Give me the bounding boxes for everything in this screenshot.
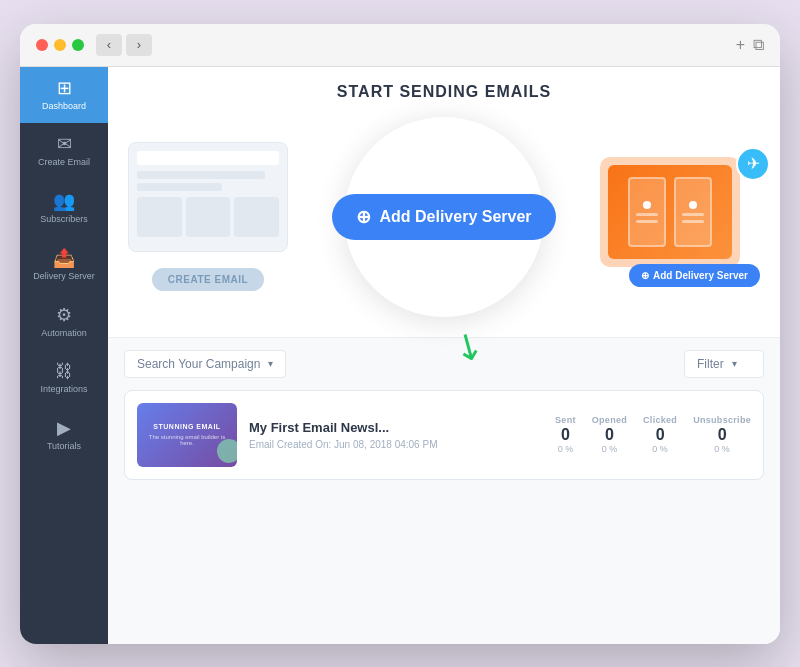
integrations-icon: ⛓ [55,362,73,380]
stat-opened-value: 0 [592,425,627,444]
sidebar-item-create-email[interactable]: ✉ Create Email [20,123,108,180]
hero-section: START SENDING EMAILS [108,67,780,338]
sidebar-label-integrations: Integrations [40,384,87,395]
mockup-col-3 [234,197,279,237]
mockup-col-layout [137,197,279,237]
sidebar-item-tutorials[interactable]: ▶ Tutorials [20,407,108,464]
stat-sent: Sent 0 0 % [555,415,576,454]
campaign-stats: Sent 0 0 % Opened 0 0 % Clicked 0 0 [555,415,751,454]
stat-opened-label: Opened [592,415,627,425]
server-badge: ✈ [736,147,770,181]
stat-sent-label: Sent [555,415,576,425]
sidebar-item-integrations[interactable]: ⛓ Integrations [20,350,108,407]
stat-clicked-pct: 0 % [643,444,677,454]
delivery-server-icon: 📤 [53,249,75,267]
campaign-item[interactable]: STUNNING EMAIL The stunning email builde… [124,390,764,480]
server-line-1 [636,213,658,216]
browser-window: ‹ › + ⧉ ⊞ Dashboard ✉ Create Email 👥 Sub… [20,24,780,644]
sidebar: ⊞ Dashboard ✉ Create Email 👥 Subscribers… [20,67,108,644]
filter-dropdown-arrow: ▾ [732,358,737,369]
traffic-lights [36,39,84,51]
filter-label: Filter [697,357,724,371]
small-plus-icon: ⊕ [641,270,649,281]
campaign-thumbnail: STUNNING EMAIL The stunning email builde… [137,403,237,467]
stat-unsubscribe: Unsubscribe 0 0 % [693,415,751,454]
sidebar-label-delivery-server: Delivery Server [33,271,95,282]
cta-circle: ⊕ Add Delivery Server [344,117,544,317]
server-inner [608,165,732,259]
sidebar-label-tutorials: Tutorials [47,441,81,452]
chrome-actions: + ⧉ [736,36,764,54]
thumb-accent-circle [217,439,237,463]
add-delivery-server-small-button[interactable]: ⊕ Add Delivery Server [629,264,760,287]
server-line-4 [682,220,704,223]
add-delivery-server-main-button[interactable]: ⊕ Add Delivery Server [332,194,555,240]
sidebar-item-subscribers[interactable]: 👥 Subscribers [20,180,108,237]
mockup-row-2 [137,183,222,191]
email-mockup-container: CREATE EMAIL [128,142,288,291]
sidebar-item-delivery-server[interactable]: 📤 Delivery Server [20,237,108,294]
search-campaign-label: Search Your Campaign [137,357,260,371]
campaign-date: Email Created On: Jun 08, 2018 04:06 PM [249,439,543,450]
stat-clicked-value: 0 [643,425,677,444]
stat-opened: Opened 0 0 % [592,415,627,454]
sidebar-label-dashboard: Dashboard [42,101,86,112]
maximize-button[interactable] [72,39,84,51]
window-icon[interactable]: ⧉ [753,36,764,54]
stat-unsubscribe-pct: 0 % [693,444,751,454]
date-label: Email Created On: [249,439,331,450]
stat-unsubscribe-label: Unsubscribe [693,415,751,425]
add-tab-icon[interactable]: + [736,36,745,54]
stat-sent-pct: 0 % [555,444,576,454]
mockup-header-bar [137,151,279,165]
hero-title: START SENDING EMAILS [128,83,760,101]
stat-sent-value: 0 [555,425,576,444]
tutorials-icon: ▶ [57,419,71,437]
sidebar-item-dashboard[interactable]: ⊞ Dashboard [20,67,108,124]
forward-button[interactable]: › [126,34,152,56]
browser-chrome: ‹ › + ⧉ [20,24,780,67]
toolbar-row: Search Your Campaign ▾ Filter ▾ [124,350,764,378]
circle-cta: ⊕ Add Delivery Server ↙ [344,117,544,317]
automation-icon: ⚙ [56,306,72,324]
sidebar-label-automation: Automation [41,328,87,339]
stat-clicked-label: Clicked [643,415,677,425]
search-campaign-dropdown[interactable]: Search Your Campaign ▾ [124,350,286,378]
nav-buttons: ‹ › [96,34,152,56]
create-email-button[interactable]: CREATE EMAIL [152,268,264,291]
plus-icon: ⊕ [356,208,371,226]
add-delivery-small-label: Add Delivery Server [653,270,748,281]
stat-opened-pct: 0 % [592,444,627,454]
mockup-col-2 [186,197,231,237]
server-illustration: ✈ ⊕ Add Delivery Server [600,157,760,277]
mockup-row-1 [137,171,265,179]
stat-clicked: Clicked 0 0 % [643,415,677,454]
bottom-section: Search Your Campaign ▾ Filter ▾ STUNNING… [108,338,780,644]
date-value: Jun 08, 2018 04:06 PM [334,439,437,450]
mockup-col-1 [137,197,182,237]
close-button[interactable] [36,39,48,51]
campaign-info: My First Email Newsl... Email Created On… [249,420,543,450]
server-unit-1 [628,177,666,247]
stat-unsubscribe-value: 0 [693,425,751,444]
server-unit-2 [674,177,712,247]
back-button[interactable]: ‹ [96,34,122,56]
server-dot-1 [643,201,651,209]
server-line-2 [636,220,658,223]
create-email-icon: ✉ [57,135,72,153]
filter-dropdown[interactable]: Filter ▾ [684,350,764,378]
main-content: START SENDING EMAILS [108,67,780,644]
thumb-big-text: STUNNING EMAIL [153,423,220,431]
app-layout: ⊞ Dashboard ✉ Create Email 👥 Subscribers… [20,67,780,644]
email-mockup [128,142,288,252]
minimize-button[interactable] [54,39,66,51]
dashboard-icon: ⊞ [57,79,72,97]
sidebar-item-automation[interactable]: ⚙ Automation [20,294,108,351]
add-delivery-main-label: Add Delivery Server [379,208,531,226]
server-dot-2 [689,201,697,209]
subscribers-icon: 👥 [53,192,75,210]
server-line-3 [682,213,704,216]
search-dropdown-arrow: ▾ [268,358,273,369]
campaign-name: My First Email Newsl... [249,420,543,435]
sidebar-label-subscribers: Subscribers [40,214,88,225]
